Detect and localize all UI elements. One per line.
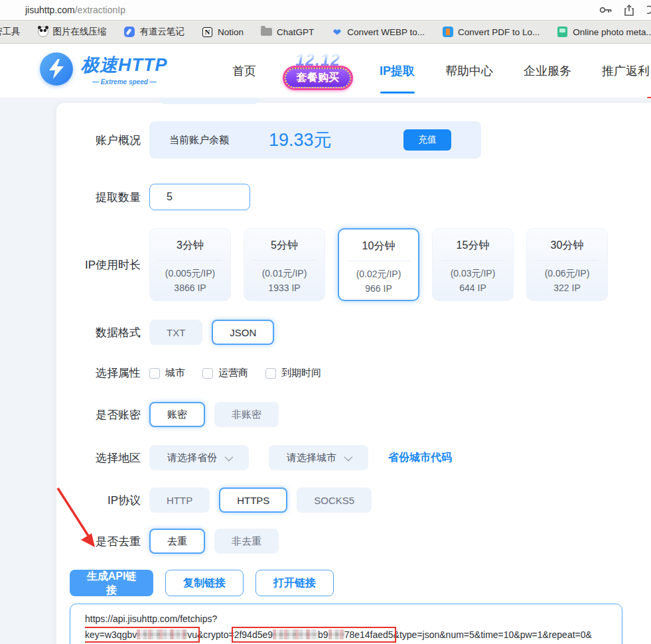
chevron-down-icon: [225, 452, 234, 461]
dedupe-option-no[interactable]: 非去重: [214, 529, 279, 554]
url-host: jisuhttp.com: [25, 5, 75, 15]
nav-help-center[interactable]: 帮助中心: [445, 63, 493, 79]
duration-label: IP使用时长: [56, 257, 149, 273]
duration-option-30min[interactable]: 30分钟 (0.06元/IP) 322 IP: [526, 228, 608, 301]
bookmark-label: ChatGPT: [277, 27, 314, 37]
promo-label: 套餐购买: [285, 68, 351, 88]
key-annotation-box: key=w3qgbvvu: [85, 629, 197, 640]
duration-title: 5分钟: [244, 229, 325, 260]
province-select[interactable]: 请选择省份: [149, 445, 249, 470]
attribute-checkbox-isp[interactable]: 运营商: [202, 367, 248, 379]
recharge-button[interactable]: 充值: [403, 129, 451, 151]
auth-label: 是否账密: [56, 407, 149, 422]
duration-price: (0.01元/IP): [244, 268, 325, 280]
attributes-label: 选择属性: [56, 365, 149, 381]
auth-option-credentials[interactable]: 账密: [149, 402, 205, 427]
duration-title: 10分钟: [339, 229, 418, 261]
site-header: 极速HTTP — Extreme speed — 首页 12.12 套餐购买 I…: [0, 44, 651, 98]
api-url-line1: https://api.jisuhttp.com/fetchips?: [85, 611, 622, 627]
bookmark-label: Notion: [218, 27, 244, 37]
extraction-form-card: 账户概况 当前账户余额 19.33元 充值 提取数量 IP使用时长 3分钟 (: [56, 103, 651, 644]
bookmark-item[interactable]: 图片在线压缩: [38, 26, 107, 38]
duration-count: 966 IP: [339, 283, 418, 294]
bookmark-item[interactable]: Convert PDF to Lo...: [442, 27, 540, 38]
protocol-option-http[interactable]: HTTP: [149, 487, 210, 513]
checkbox-label: 运营商: [218, 367, 248, 379]
panda-icon: [38, 27, 48, 37]
dedupe-label: 是否去重: [56, 534, 149, 549]
bookmark-item[interactable]: ❤Convert WEBP to...: [331, 27, 425, 38]
brand-logo[interactable]: 极速HTTP — Extreme speed —: [40, 52, 168, 86]
duration-count: 322 IP: [527, 283, 607, 293]
duration-count: 644 IP: [433, 283, 513, 293]
bookmark-item[interactable]: Online photo meta...: [557, 27, 651, 38]
main-nav: 首页 12.12 套餐购买 IP提取 帮助中心 企业服务 推广返利: [232, 44, 650, 98]
nav-enterprise[interactable]: 企业服务: [524, 63, 571, 79]
format-option-txt[interactable]: TXT: [149, 320, 202, 345]
duration-title: 3分钟: [150, 229, 230, 260]
duration-title: 15分钟: [433, 229, 513, 260]
duration-price: (0.03元/IP): [433, 268, 513, 280]
bookmark-item[interactable]: 密工具: [0, 26, 21, 38]
redacted-crypto-mosaic: [328, 629, 344, 639]
clipped-panel-edge: [159, 98, 259, 104]
quantity-input[interactable]: [149, 184, 250, 210]
redacted-key-mosaic: [137, 629, 187, 639]
checkbox-icon: [265, 368, 276, 379]
pdf-converter-icon: [443, 27, 453, 37]
format-option-json[interactable]: JSON: [212, 320, 274, 345]
clipped-toolbar-icon[interactable]: [646, 5, 651, 15]
attribute-checkbox-expiry[interactable]: 到期时间: [265, 367, 321, 379]
brand-tagline: — Extreme speed —: [81, 78, 168, 86]
share-icon[interactable]: [624, 5, 634, 16]
city-placeholder: 请选择城市: [287, 452, 336, 464]
nav-ip-extract[interactable]: IP提取: [380, 63, 415, 79]
youdao-pen-icon: [124, 27, 135, 37]
nav-home[interactable]: 首页: [232, 63, 256, 79]
open-link-button[interactable]: 打开链接: [255, 570, 334, 596]
bookmark-label: 有道云笔记: [140, 26, 185, 38]
heart-icon: ❤: [331, 27, 342, 38]
password-key-icon[interactable]: [599, 6, 613, 14]
balance-value: 19.33元: [269, 128, 332, 152]
photo-meta-icon: [557, 27, 567, 37]
chevron-down-icon: [344, 452, 353, 461]
duration-option-5min[interactable]: 5分钟 (0.01元/IP) 1933 IP: [244, 228, 325, 301]
province-city-code-link[interactable]: 省份城市代码: [388, 451, 452, 465]
dedupe-option-yes[interactable]: 去重: [149, 529, 205, 554]
bookmark-item[interactable]: NNotion: [202, 27, 244, 38]
duration-option-10min[interactable]: 10分钟 (0.02元/IP) 966 IP: [338, 228, 419, 301]
copy-link-button[interactable]: 复制链接: [165, 570, 244, 596]
lightning-logo-icon: [40, 52, 73, 86]
bookmark-label: 图片在线压缩: [53, 26, 107, 38]
bookmarks-bar: 密工具 图片在线压缩 有道云笔记 NNotion ChatGPT ❤Conver…: [0, 20, 651, 44]
protocol-label: IP协议: [56, 493, 149, 508]
account-overview-label: 账户概况: [56, 133, 149, 148]
bookmark-label: Convert WEBP to...: [347, 27, 425, 37]
crypto-annotation-box: 2f94d5e9b978e14faed5: [234, 629, 394, 640]
duration-price: (0.02元/IP): [339, 269, 418, 281]
bookmark-item[interactable]: ChatGPT: [261, 27, 314, 38]
auth-option-no-credentials[interactable]: 非账密: [214, 402, 279, 427]
city-select[interactable]: 请选择城市: [269, 445, 368, 470]
checkbox-icon: [202, 368, 213, 379]
protocol-option-socks5[interactable]: SOCKS5: [297, 487, 372, 513]
promo-banner[interactable]: 12.12 套餐购买: [283, 52, 353, 90]
account-panel: 当前账户余额 19.33元 充值: [149, 121, 481, 159]
checkbox-icon: [149, 368, 160, 379]
attribute-checkbox-city[interactable]: 城市: [149, 367, 185, 379]
duration-option-3min[interactable]: 3分钟 (0.005元/IP) 3866 IP: [149, 228, 231, 301]
notion-icon: N: [202, 27, 212, 37]
duration-option-15min[interactable]: 15分钟 (0.03元/IP) 644 IP: [432, 228, 514, 301]
api-url-textarea[interactable]: https://api.jisuhttp.com/fetchips? key=w…: [70, 604, 622, 644]
checkbox-label: 城市: [165, 367, 185, 379]
address-bar[interactable]: jisuhttp.com/extractionIp: [0, 0, 651, 20]
bookmark-item[interactable]: 有道云笔记: [124, 26, 185, 38]
generate-api-link-button[interactable]: 生成API链接: [70, 570, 153, 596]
protocol-option-https[interactable]: HTTPS: [219, 487, 287, 513]
duration-title: 30分钟: [527, 229, 607, 260]
page-url[interactable]: jisuhttp.com/extractionIp: [25, 5, 125, 15]
nav-referral[interactable]: 推广返利: [602, 63, 650, 79]
main-content: 账户概况 当前账户余额 19.33元 充值 提取数量 IP使用时长 3分钟 (: [0, 98, 651, 644]
duration-price: (0.06元/IP): [527, 268, 607, 280]
